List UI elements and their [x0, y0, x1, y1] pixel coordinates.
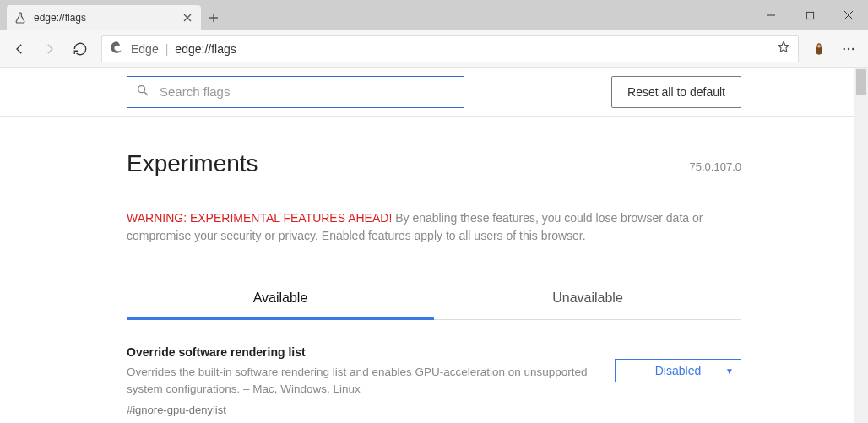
- warning-text: WARNING: EXPERIMENTAL FEATURES AHEAD! By…: [127, 209, 741, 245]
- window-controls: [751, 0, 868, 30]
- page-heading: Experiments: [127, 150, 258, 177]
- menu-button[interactable]: [834, 35, 863, 63]
- flag-item: Override software rendering list Overrid…: [127, 345, 741, 417]
- close-tab-icon[interactable]: [181, 11, 194, 24]
- browser-toolbar: Edge | edge://flags: [0, 30, 868, 68]
- chevron-down-icon: ▼: [725, 366, 734, 376]
- back-button[interactable]: [5, 35, 34, 63]
- svg-line-13: [144, 92, 148, 95]
- browser-tab[interactable]: edge://flags: [7, 5, 201, 30]
- search-flags-box[interactable]: [127, 76, 464, 108]
- tab-title: edge://flags: [34, 12, 174, 24]
- flag-description: Overrides the built-in software renderin…: [127, 364, 589, 399]
- flag-hash-link[interactable]: #ignore-gpu-denylist: [127, 404, 226, 416]
- address-url: edge://flags: [175, 42, 769, 56]
- minimize-button[interactable]: [751, 0, 790, 30]
- flags-tabs: Available Unavailable: [127, 279, 741, 320]
- address-separator: |: [165, 42, 169, 56]
- reset-all-button[interactable]: Reset all to default: [611, 76, 741, 108]
- address-label: Edge: [131, 42, 159, 56]
- flags-search-row: Reset all to default: [0, 68, 868, 117]
- svg-point-11: [852, 47, 854, 49]
- warning-prefix: WARNING: EXPERIMENTAL FEATURES AHEAD!: [127, 211, 392, 225]
- new-tab-button[interactable]: [201, 5, 226, 30]
- svg-rect-5: [806, 12, 813, 19]
- refresh-button[interactable]: [66, 35, 95, 63]
- svg-point-12: [138, 86, 145, 93]
- edge-logo-icon: [109, 40, 124, 57]
- search-flags-input[interactable]: [158, 84, 455, 100]
- search-icon: [136, 84, 149, 100]
- tab-available[interactable]: Available: [127, 279, 434, 320]
- favorite-icon[interactable]: [776, 40, 791, 57]
- svg-point-10: [848, 47, 849, 49]
- address-bar[interactable]: Edge | edge://flags: [101, 35, 799, 62]
- svg-point-9: [844, 47, 845, 49]
- flag-state-value: Disabled: [655, 364, 701, 377]
- vertical-scrollbar[interactable]: [854, 68, 868, 423]
- maximize-button[interactable]: [790, 0, 829, 30]
- forward-button[interactable]: [35, 35, 64, 63]
- svg-point-8: [817, 44, 821, 47]
- version-label: 75.0.107.0: [690, 160, 741, 173]
- flag-state-select[interactable]: Disabled ▼: [615, 359, 741, 382]
- page-content: Reset all to default Experiments 75.0.10…: [0, 68, 868, 423]
- scrollbar-thumb[interactable]: [856, 69, 866, 95]
- titlebar: edge://flags: [0, 0, 868, 30]
- profile-avatar[interactable]: [809, 39, 829, 59]
- flask-icon: [14, 11, 27, 24]
- close-window-button[interactable]: [829, 0, 868, 30]
- tab-unavailable[interactable]: Unavailable: [434, 279, 741, 319]
- flag-title: Override software rendering list: [127, 345, 589, 359]
